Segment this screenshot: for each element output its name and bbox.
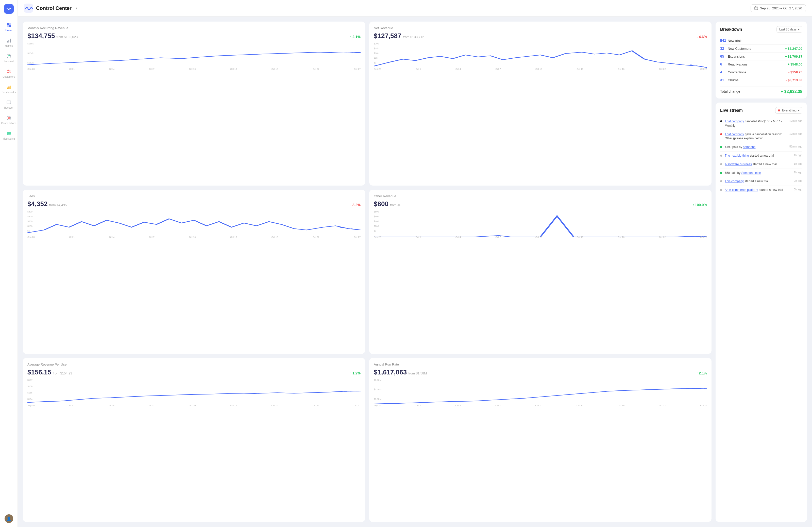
- event-text: An e-commerce platform started a new tri…: [725, 188, 791, 192]
- event-link[interactable]: Someone else: [741, 171, 761, 175]
- sidebar-logo[interactable]: [4, 4, 14, 14]
- arpu-chart: Sep 28 Oct 1 Oct 4 Oct 7 Oct 10 Oct 13 O…: [27, 379, 361, 407]
- svg-rect-10: [7, 88, 8, 89]
- other-revenue-from: from $0: [390, 203, 401, 207]
- arrow-down-icon: ↓: [350, 203, 352, 207]
- sidebar-item-benchmarks[interactable]: Benchmarks: [2, 82, 16, 96]
- user-avatar[interactable]: 👤: [4, 514, 13, 523]
- sidebar-item-label: Metrics: [4, 44, 13, 47]
- sidebar-item-label: Cancellations: [1, 122, 16, 125]
- breakdown-header: Breakdown Last 30 days ▾: [720, 26, 802, 33]
- recover-icon: [6, 100, 12, 105]
- breakdown-expansions-num: 65: [720, 54, 728, 58]
- event-text: $50 paid by Someone else: [725, 171, 791, 175]
- net-revenue-from: from $133,712: [403, 35, 424, 39]
- event-link[interactable]: That company: [725, 132, 744, 136]
- arr-title: Annual Run Rate: [374, 362, 707, 366]
- event-text: The next big thing started a new trial: [725, 154, 791, 158]
- livestream-filter-select[interactable]: Everything ▾: [775, 107, 802, 114]
- mrr-value: $134,755: [27, 32, 55, 40]
- mrr-title: Monthly Recurring Revenue: [27, 26, 361, 30]
- breakdown-total-row: Total change + $2,632.38: [720, 87, 802, 94]
- breakdown-reactivations-amount: + $548.00: [788, 62, 802, 66]
- metrics-icon: [6, 38, 12, 43]
- sidebar-item-cancellations[interactable]: Cancellations: [2, 113, 16, 127]
- event-row: $50 paid by Someone else 2h ago: [720, 169, 802, 177]
- breakdown-churns-num: 31: [720, 78, 728, 82]
- other-revenue-card: Other Revenue $800 from $0 ↑ 100.0% Sep …: [369, 190, 711, 354]
- sidebar-item-messaging[interactable]: Messaging: [2, 128, 16, 143]
- svg-rect-5: [9, 40, 9, 43]
- breakdown-new-customers-label: New Customers: [728, 47, 785, 51]
- sidebar-item-customers[interactable]: Customers: [2, 66, 16, 81]
- breakdown-row: 32 New Customers + $3,247.09: [720, 45, 802, 53]
- net-revenue-title: Net Revenue: [374, 26, 707, 30]
- date-range-picker[interactable]: Sep 28, 2020 – Oct 27, 2020: [751, 4, 806, 12]
- mrr-chart: Sep 28 Oct 1 Oct 4 Oct 7 Oct 10 Oct 13 O…: [27, 42, 361, 70]
- sidebar-item-metrics[interactable]: Metrics: [2, 35, 16, 50]
- date-range-label: Sep 28, 2020 – Oct 27, 2020: [760, 6, 802, 10]
- chevron-down-icon: ▾: [798, 28, 800, 31]
- breakdown-period-select[interactable]: Last 30 days ▾: [777, 26, 802, 33]
- page-title: Control Center: [36, 5, 72, 11]
- fees-title: Fees: [27, 194, 361, 198]
- arr-card: Annual Run Rate $1,617,063 from $1.58M ↑…: [369, 358, 711, 522]
- event-time: 1h ago: [794, 162, 802, 165]
- sidebar-item-label: Forecast: [4, 60, 14, 63]
- livestream-card: Live stream Everything ▾ That company ca…: [715, 102, 807, 522]
- event-row: A software business started a new trial …: [720, 160, 802, 169]
- event-text: A software business started a new trial: [725, 162, 791, 167]
- breakdown-contractions-amount: - $158.75: [788, 70, 802, 74]
- event-dot-trial2: [720, 163, 722, 165]
- event-link[interactable]: An e-commerce platform: [725, 188, 758, 192]
- event-text: This company started a new trial: [725, 179, 791, 184]
- fees-from: from $4,495: [49, 203, 67, 207]
- event-time: 17min ago: [789, 119, 802, 122]
- sidebar-item-forecast[interactable]: Forecast: [2, 51, 16, 65]
- breakdown-expansions-label: Expansions: [728, 55, 785, 58]
- breakdown-reactivations-label: Reactivations: [728, 62, 788, 66]
- breakdown-row: 4 Contractions - $158.75: [720, 68, 802, 76]
- mrr-from: from $132,023: [56, 35, 78, 39]
- chevron-down-icon[interactable]: ▾: [76, 6, 77, 10]
- event-text: That company canceled Pro $100 - MRR - M…: [725, 119, 787, 128]
- logo-icon: [6, 6, 12, 12]
- net-revenue-chart: Sep 28 Oct 1 Oct 4 Oct 7 Oct 10 Oct 13 O…: [374, 42, 707, 70]
- event-link[interactable]: This company: [725, 180, 744, 183]
- calendar-icon: [754, 6, 758, 10]
- event-row: That company canceled Pro $100 - MRR - M…: [720, 117, 802, 130]
- svg-rect-0: [7, 23, 9, 25]
- mrr-card: Monthly Recurring Revenue $134,755 from …: [23, 22, 365, 186]
- header: Control Center ▾ Sep 28, 2020 – Oct 27, …: [18, 0, 812, 16]
- event-link[interactable]: A software business: [725, 162, 752, 166]
- breakdown-new-customers-amount: + $3,247.09: [785, 47, 802, 51]
- svg-rect-1: [9, 23, 11, 25]
- breakdown-new-trials-label: New trials: [728, 39, 802, 43]
- sidebar-item-recover[interactable]: Recover: [2, 97, 16, 112]
- breakdown-reactivations-num: 6: [720, 62, 728, 66]
- event-row: The next big thing started a new trial 1…: [720, 152, 802, 160]
- arrow-up-icon: ↑: [696, 371, 698, 375]
- arr-from: from $1.58M: [408, 371, 427, 375]
- breakdown-churns-amount: - $3,713.83: [786, 78, 802, 82]
- sidebar-item-label: Benchmarks: [2, 91, 16, 94]
- net-revenue-card: Net Revenue $127,587 from $133,712 ↓ 4.6…: [369, 22, 711, 186]
- breakdown-title: Breakdown: [720, 27, 742, 32]
- benchmarks-icon: [6, 84, 12, 90]
- sidebar-item-home[interactable]: Home: [2, 20, 16, 34]
- event-link[interactable]: someone: [743, 145, 755, 149]
- svg-rect-2: [7, 25, 9, 27]
- dashboard-content: Monthly Recurring Revenue $134,755 from …: [18, 16, 812, 527]
- mrr-change: ↑ 2.1%: [350, 35, 361, 39]
- event-dot-paid: [720, 146, 722, 148]
- arpu-change: ↑ 1.2%: [350, 371, 361, 375]
- net-revenue-change: ↓ 4.6%: [696, 35, 707, 39]
- breakdown-churns-label: Churns: [728, 78, 786, 82]
- chevron-down-icon: ▾: [798, 109, 800, 112]
- event-link[interactable]: That company: [725, 119, 744, 123]
- event-link[interactable]: The next big thing: [725, 154, 749, 157]
- livestream-title: Live stream: [720, 108, 743, 113]
- event-dot-cancellation-reason: [720, 133, 722, 135]
- svg-rect-19: [24, 3, 33, 13]
- svg-rect-4: [7, 41, 8, 43]
